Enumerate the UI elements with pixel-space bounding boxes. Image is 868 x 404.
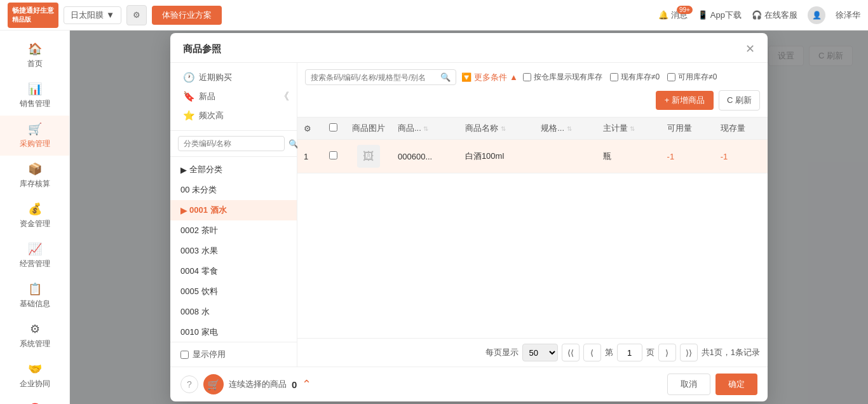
inventory-icon: 📦 xyxy=(28,162,42,176)
pagination-area: 每页显示 50 100 200 ⟨⟨ ⟨ 第 页 ⟩ xyxy=(297,338,768,367)
category-liquor[interactable]: ▶ 0001 酒水 xyxy=(170,200,297,220)
per-page-select[interactable]: 50 100 200 xyxy=(522,344,558,361)
cart-label: 连续选择的商品 xyxy=(229,379,287,390)
modal-overlay: 商品参照 ✕ 🕐 近期购买 xyxy=(70,30,868,404)
row-checkbox[interactable] xyxy=(329,151,337,159)
col-header-check xyxy=(323,118,346,140)
category-appliance[interactable]: 0010 家电 xyxy=(170,322,297,342)
sort-name-icon[interactable]: ⇅ xyxy=(501,125,506,132)
sidebar-item-sales[interactable]: 📊 销售管理 xyxy=(0,76,69,116)
first-page-button[interactable]: ⟨⟨ xyxy=(562,344,580,361)
sidebar-item-home[interactable]: 🏠 首页 xyxy=(0,36,69,76)
product-toolbar: 🔍 🔽 更多条件 ▲ 按仓库显示现有库存 xyxy=(297,63,768,118)
cancel-button[interactable]: 取消 xyxy=(667,374,710,395)
available-nonzero-label[interactable]: 可用库存≠0 xyxy=(667,72,717,83)
enterprise-icon: 🤝 xyxy=(28,362,42,376)
left-panel: 🕐 近期购买 🔖 新品 ⭐ 频次高 xyxy=(170,63,297,367)
online-service-button[interactable]: 🎧 在线客服 xyxy=(752,10,797,21)
col-header-spec: 规格... ⇅ xyxy=(534,118,597,140)
stock-nonzero-checkbox[interactable] xyxy=(610,73,618,81)
confirm-button[interactable]: 确定 xyxy=(715,374,757,395)
sort-unit-icon[interactable]: ⇅ xyxy=(630,125,635,132)
new-product-btn[interactable]: 🔖 新品 xyxy=(178,87,237,106)
product-image: 🖼 xyxy=(357,145,380,168)
category-tea[interactable]: 0002 茶叶 xyxy=(170,220,297,241)
right-panel: 🔍 🔽 更多条件 ▲ 按仓库显示现有库存 xyxy=(297,63,768,367)
category-uncategorized[interactable]: 00 未分类 xyxy=(170,180,297,200)
help-button[interactable]: ? xyxy=(180,375,198,393)
sales-icon: 📊 xyxy=(28,82,42,96)
quick-buttons: 🕐 近期购买 🔖 新品 ⭐ 频次高 xyxy=(170,63,297,131)
footer-left: ? 🛒 连续选择的商品 0 ⌃ xyxy=(180,374,311,394)
row-spec xyxy=(534,140,597,173)
sidebar-item-inventory[interactable]: 📦 库存核算 xyxy=(0,156,69,196)
category-search-input[interactable] xyxy=(178,136,285,151)
search-icon[interactable]: 🔍 xyxy=(440,72,451,82)
select-all-checkbox[interactable] xyxy=(329,123,337,131)
recent-purchase-btn[interactable]: 🕐 近期购买 xyxy=(178,68,237,87)
category-fruit[interactable]: 0003 水果 xyxy=(170,241,297,261)
row-available: -1 xyxy=(661,140,714,173)
table-settings-icon[interactable]: ⚙ xyxy=(304,124,311,133)
sidebar-item-purchase[interactable]: 🛒 采购管理 xyxy=(0,116,69,156)
sidebar-item-finance[interactable]: 💰 资金管理 xyxy=(0,196,69,236)
high-frequency-btn[interactable]: ⭐ 频次高 xyxy=(178,106,237,125)
product-search-input[interactable] xyxy=(311,73,438,82)
next-page-button[interactable]: ⟩ xyxy=(658,344,676,361)
refresh-button[interactable]: C 刷新 xyxy=(719,90,760,111)
star-icon: ⭐ xyxy=(183,110,195,121)
show-disabled-area: 显示停用 xyxy=(170,342,297,367)
cart-count: 0 xyxy=(292,379,297,390)
home-icon: 🏠 xyxy=(28,42,42,56)
category-list: ▶ 全部分类 00 未分类 ▶ 0001 酒水 0002 茶 xyxy=(170,157,297,342)
sidebar-item-system[interactable]: ⚙ 系统管理 xyxy=(0,316,69,356)
sidebar-item-enterprise[interactable]: 🤝 企业协同 xyxy=(0,356,69,396)
chevron-down-icon: ▼ xyxy=(106,10,114,20)
product-table: ⚙ 商品图片 xyxy=(297,118,768,173)
row-no: 1 xyxy=(297,140,323,173)
prev-page-button[interactable]: ⟨ xyxy=(583,344,601,361)
collapse-left-panel-button[interactable]: 《 xyxy=(279,90,289,104)
modal-title: 商品参照 xyxy=(183,43,221,55)
trial-button[interactable]: 体验行业方案 xyxy=(152,6,222,25)
category-all[interactable]: ▶ 全部分类 xyxy=(170,159,297,180)
category-beverage[interactable]: 0005 饮料 xyxy=(170,281,297,302)
chevron-up-icon: ▲ xyxy=(510,72,518,82)
more-filter-button[interactable]: 🔽 更多条件 ▲ xyxy=(461,72,518,83)
table-row[interactable]: 1 🖼 000600... xyxy=(297,140,768,173)
stock-nonzero-label[interactable]: 现有库存≠0 xyxy=(610,72,660,83)
sidebar-item-business[interactable]: 📈 经营管理 xyxy=(0,236,69,276)
app-download-button[interactable]: 📱 App下载 xyxy=(698,10,742,21)
cart-button[interactable]: 🛒 xyxy=(203,374,224,394)
category-snack[interactable]: 0004 零食 xyxy=(170,261,297,281)
username-label[interactable]: 徐泽华 xyxy=(836,10,860,21)
warehouse-filter-label[interactable]: 按仓库显示现有库存 xyxy=(523,72,602,83)
add-product-button[interactable]: + 新增商品 xyxy=(656,91,714,110)
clock-icon: 🕐 xyxy=(183,72,195,83)
modal-footer: ? 🛒 连续选择的商品 0 ⌃ 取消 确定 xyxy=(170,367,768,401)
settings-icon[interactable]: ⚙ xyxy=(126,5,147,25)
last-page-button[interactable]: ⟩⟩ xyxy=(680,344,698,361)
row-name: 白酒100ml xyxy=(459,140,534,173)
bell-icon: 🔔 xyxy=(658,10,668,20)
new-icon: 🔖 xyxy=(183,91,195,102)
arrow-active-icon: ▶ xyxy=(180,206,187,215)
company-dropdown[interactable]: 日太阳膜 ▼ xyxy=(64,6,121,24)
headset-icon: 🎧 xyxy=(752,10,762,20)
modal-close-button[interactable]: ✕ xyxy=(745,42,755,56)
page-number-input[interactable] xyxy=(617,344,642,361)
col-header-unit: 主计量 ⇅ xyxy=(597,118,661,140)
row-code: 000600... xyxy=(391,140,459,173)
sort-code-icon[interactable]: ⇅ xyxy=(423,125,428,132)
sidebar: 🏠 首页 📊 销售管理 🛒 采购管理 📦 库存核算 💰 资金管理 📈 经营管理 … xyxy=(0,30,70,404)
sidebar-item-base-info[interactable]: 📋 基础信息 xyxy=(0,276,69,316)
collapse-footer-button[interactable]: ⌃ xyxy=(302,377,311,391)
available-nonzero-checkbox[interactable] xyxy=(667,73,675,81)
topbar-right: 🔔 消息 99+ 📱 App下载 🎧 在线客服 👤 徐泽华 xyxy=(658,6,860,24)
category-water[interactable]: 0008 水 xyxy=(170,302,297,322)
sidebar-item-guide[interactable]: 🎯 新手引导 xyxy=(0,396,69,404)
show-disabled-checkbox[interactable] xyxy=(180,351,189,359)
sort-spec-icon[interactable]: ⇅ xyxy=(567,125,572,132)
warehouse-filter-checkbox[interactable] xyxy=(523,73,531,81)
messages-button[interactable]: 🔔 消息 99+ xyxy=(658,10,688,21)
